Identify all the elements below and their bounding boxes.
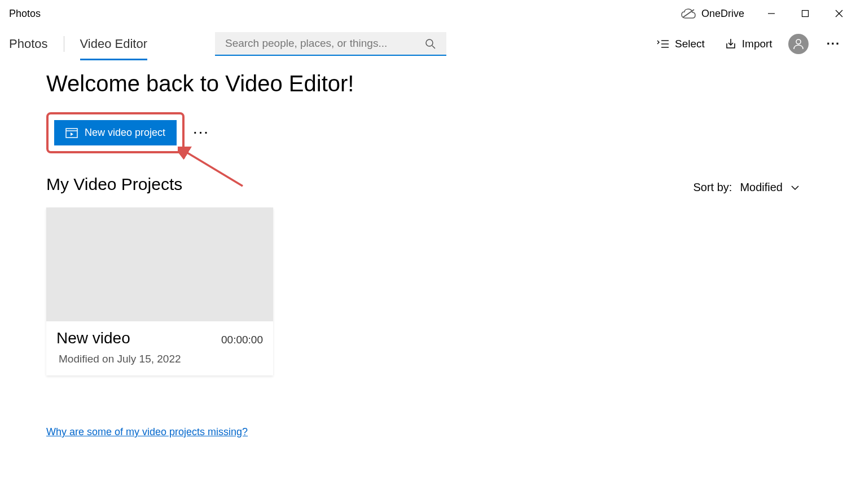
welcome-heading: Welcome back to Video Editor! — [46, 71, 811, 96]
new-project-label: New video project — [85, 127, 165, 139]
import-icon — [725, 38, 736, 50]
toolbar-right: Select Import ··· — [652, 34, 847, 54]
avatar[interactable] — [788, 34, 809, 54]
nav-tabs: Photos Video Editor — [9, 27, 147, 61]
titlebar: Photos OneDrive — [0, 0, 856, 27]
person-icon — [792, 38, 805, 50]
search-input[interactable] — [215, 32, 446, 56]
import-button[interactable]: Import — [721, 34, 777, 54]
cloud-off-icon — [681, 8, 696, 19]
active-tab-underline — [80, 59, 147, 60]
project-modified: Modified on July 15, 2022 — [56, 353, 263, 365]
svg-marker-14 — [71, 132, 73, 136]
import-label: Import — [742, 38, 772, 50]
tab-video-editor[interactable]: Video Editor — [80, 32, 147, 56]
svg-point-5 — [426, 39, 433, 46]
search-container — [215, 32, 446, 56]
onedrive-button[interactable]: OneDrive — [671, 0, 754, 27]
svg-point-11 — [796, 39, 801, 44]
close-button[interactable] — [822, 0, 856, 27]
action-row: New video project ··· — [46, 112, 811, 153]
tab-photos[interactable]: Photos — [9, 32, 48, 56]
app-title: Photos — [9, 8, 41, 20]
content: Welcome back to Video Editor! New video … — [0, 61, 856, 438]
project-more-button[interactable]: ··· — [191, 126, 212, 139]
select-button[interactable]: Select — [652, 34, 709, 54]
svg-line-6 — [432, 46, 435, 48]
new-video-project-button[interactable]: New video project — [54, 120, 177, 145]
chevron-down-icon — [791, 185, 800, 191]
select-icon — [657, 39, 669, 49]
svg-rect-2 — [802, 11, 809, 17]
project-title: New video — [56, 329, 130, 347]
onedrive-label: OneDrive — [701, 8, 744, 20]
sort-value: Modified — [740, 181, 783, 194]
search-icon[interactable] — [425, 38, 436, 50]
section-header-row: My Video Projects Sort by: Modified — [46, 175, 811, 194]
project-title-row: New video 00:00:00 — [56, 329, 263, 347]
window-controls — [754, 0, 856, 27]
titlebar-right: OneDrive — [671, 0, 856, 27]
minimize-button[interactable] — [754, 0, 788, 27]
toolbar: Photos Video Editor Select — [0, 27, 856, 61]
section-title: My Video Projects — [46, 175, 182, 194]
project-card[interactable]: New video 00:00:00 Modified on July 15, … — [46, 207, 273, 375]
video-project-icon — [65, 128, 78, 138]
project-info: New video 00:00:00 Modified on July 15, … — [46, 321, 273, 375]
svg-rect-12 — [66, 129, 77, 138]
more-button[interactable]: ··· — [820, 37, 847, 51]
maximize-button[interactable] — [788, 0, 822, 27]
project-duration: 00:00:00 — [221, 334, 263, 346]
sort-label: Sort by: — [693, 181, 732, 194]
select-label: Select — [675, 38, 705, 50]
project-thumbnail — [46, 207, 273, 321]
missing-projects-link[interactable]: Why are some of my video projects missin… — [46, 426, 248, 438]
sort-dropdown[interactable]: Sort by: Modified — [693, 181, 800, 194]
annotation-highlight: New video project — [46, 112, 185, 153]
tab-separator — [64, 36, 64, 52]
